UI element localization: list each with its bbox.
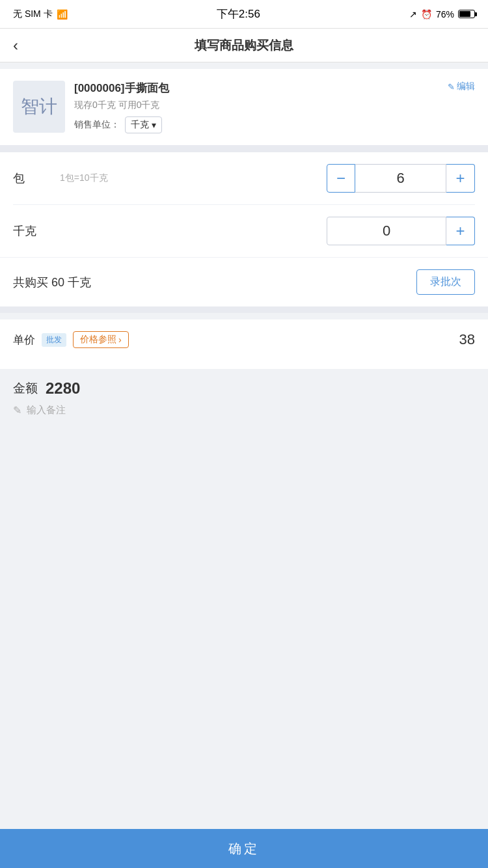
confirm-bar[interactable]: 确定 bbox=[0, 829, 488, 868]
amount-label: 金额 bbox=[13, 380, 38, 397]
sim-status: 无 SIM 卡 bbox=[13, 8, 53, 20]
nav-bar: ‹ 填写商品购买信息 bbox=[0, 29, 488, 62]
ref-arrow-icon: › bbox=[118, 334, 122, 345]
amount-value: 2280 bbox=[46, 379, 80, 398]
price-row: 单价 批发 价格参照 › 38 bbox=[13, 331, 475, 348]
bao-input-row: 包 1包=10千克 − + bbox=[13, 152, 475, 205]
product-info: [0000006]手撕面包 现存0千克 可用0千克 销售单位： 千克 ▾ bbox=[74, 81, 439, 133]
page-title: 填写商品购买信息 bbox=[36, 37, 452, 54]
unit-label: 销售单位： bbox=[74, 119, 120, 131]
section-divider bbox=[0, 146, 488, 152]
location-icon: ↗ bbox=[409, 9, 417, 20]
empty-area bbox=[0, 427, 488, 635]
bao-input[interactable] bbox=[355, 164, 446, 193]
kg-plus-button[interactable]: + bbox=[446, 217, 475, 245]
unit-dropdown-icon: ▾ bbox=[152, 120, 156, 130]
remark-placeholder[interactable]: 输入备注 bbox=[27, 404, 66, 416]
section-divider-2 bbox=[0, 306, 488, 313]
battery-pct: 76% bbox=[436, 9, 454, 20]
kg-controls: + bbox=[327, 217, 475, 245]
bao-label: 包 bbox=[13, 170, 52, 186]
price-ref-button[interactable]: 价格参照 › bbox=[73, 331, 129, 348]
unit-select[interactable]: 千克 ▾ bbox=[125, 116, 162, 133]
battery-icon bbox=[458, 10, 475, 18]
product-name: [0000006]手撕面包 bbox=[74, 81, 439, 96]
product-unit-row: 销售单位： 千克 ▾ bbox=[74, 116, 439, 133]
status-time: 下午2:56 bbox=[217, 7, 260, 21]
remark-row[interactable]: ✎ 输入备注 bbox=[13, 404, 475, 416]
bao-plus-button[interactable]: + bbox=[446, 164, 475, 193]
status-left: 无 SIM 卡 📶 bbox=[13, 8, 68, 20]
bao-minus-button[interactable]: − bbox=[327, 164, 355, 193]
status-bar: 无 SIM 卡 📶 下午2:56 ↗ ⏰ 76% bbox=[0, 0, 488, 29]
amount-section: 金额 2280 ✎ 输入备注 bbox=[0, 369, 488, 427]
kg-input[interactable] bbox=[327, 217, 446, 245]
edit-button[interactable]: ✎ 编辑 bbox=[448, 81, 475, 92]
amount-row: 金额 2280 bbox=[13, 379, 475, 398]
product-stock: 现存0千克 可用0千克 bbox=[74, 100, 439, 111]
purchase-summary: 共购买 60 千克 bbox=[13, 275, 91, 290]
price-section: 单价 批发 价格参照 › 38 bbox=[0, 319, 488, 369]
back-button[interactable]: ‹ bbox=[13, 36, 36, 55]
kg-input-row: 千克 + bbox=[13, 205, 475, 257]
edit-icon: ✎ bbox=[448, 82, 455, 92]
product-thumbnail: 智计 bbox=[13, 81, 65, 133]
price-label: 单价 bbox=[13, 332, 35, 347]
input-section: 包 1包=10千克 − + 千克 + bbox=[0, 152, 488, 257]
summary-row: 共购买 60 千克 录批次 bbox=[0, 257, 488, 306]
pifa-badge: 批发 bbox=[42, 333, 66, 347]
alarm-icon: ⏰ bbox=[421, 9, 432, 20]
product-card: 智计 [0000006]手撕面包 现存0千克 可用0千克 销售单位： 千克 ▾ … bbox=[0, 69, 488, 146]
confirm-button[interactable]: 确定 bbox=[228, 840, 260, 858]
kg-label: 千克 bbox=[13, 223, 52, 239]
price-value: 38 bbox=[459, 331, 475, 348]
remark-pencil-icon: ✎ bbox=[13, 404, 21, 416]
bao-hint: 1包=10千克 bbox=[60, 172, 319, 184]
wifi-icon: 📶 bbox=[57, 9, 68, 20]
bao-controls: − + bbox=[327, 164, 475, 193]
status-right: ↗ ⏰ 76% bbox=[409, 9, 475, 20]
product-logo: 智计 bbox=[21, 94, 57, 119]
batch-button[interactable]: 录批次 bbox=[416, 269, 475, 295]
